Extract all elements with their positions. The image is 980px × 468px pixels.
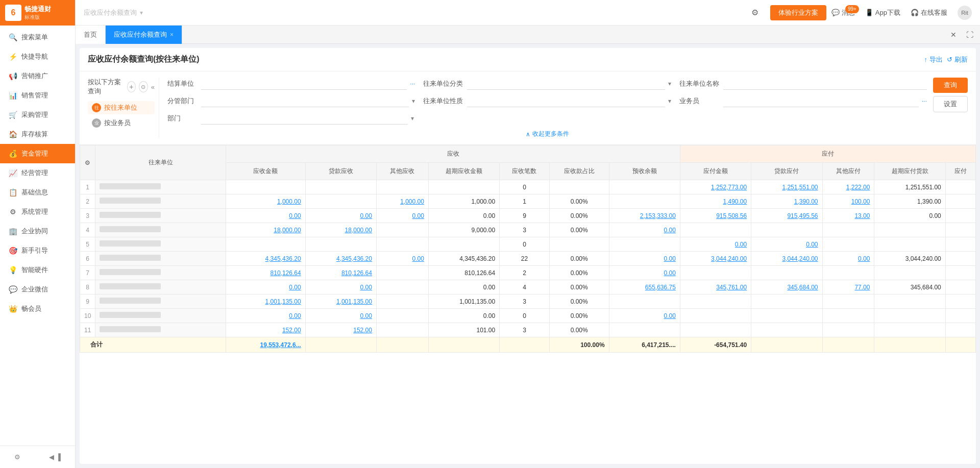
cell-link[interactable]: 100.00	[851, 198, 870, 205]
expand-tab-action[interactable]: ⛶	[964, 29, 976, 41]
sidebar-item-搜索菜单[interactable]: 🔍搜索菜单	[0, 28, 75, 47]
sidebar-item-畅会员[interactable]: 👑畅会员	[0, 299, 75, 318]
unit-dept-chevron[interactable]: ▾	[411, 115, 414, 122]
tab-home[interactable]: 首页	[76, 26, 106, 44]
cell-link[interactable]: 1,001,135.00	[336, 298, 372, 305]
sidebar-item-资金管理[interactable]: 💰资金管理	[0, 144, 75, 163]
cell-link[interactable]: 0.00	[664, 255, 676, 262]
cell-link[interactable]: 0.00	[858, 255, 870, 262]
cell-link[interactable]: 810,126.64	[341, 269, 372, 277]
cell-link[interactable]: 1,000.00	[277, 198, 301, 205]
sidebar-item-经营管理[interactable]: 📈经营管理	[0, 163, 75, 183]
tab-receivables[interactable]: 应收应付余额查询 ×	[106, 26, 182, 44]
cell-link[interactable]: 0.00	[289, 212, 301, 219]
cell-link[interactable]: 2,153,333.00	[640, 212, 676, 219]
cell-link[interactable]: 345,684.00	[787, 284, 818, 291]
cell-loan-payable: 915,495.56	[751, 209, 822, 223]
cell-link[interactable]: 0.00	[360, 284, 372, 291]
settings-gear-btn[interactable]: ⚙	[748, 6, 762, 20]
cell-link[interactable]: 1,000.00	[400, 198, 424, 205]
cell-other-receivable	[376, 237, 428, 252]
tab-close-btn[interactable]: ×	[170, 31, 174, 38]
service-icon: 🎧	[911, 9, 919, 16]
add-filter-btn[interactable]: +	[127, 81, 136, 92]
query-button[interactable]: 查询	[933, 78, 968, 93]
user-avatar[interactable]: Rit	[958, 6, 972, 20]
cell-link[interactable]: 915,508.56	[716, 212, 747, 219]
collapse-sidebar-btn[interactable]: ◀ ▐	[44, 450, 66, 464]
cell-link[interactable]: 152.00	[282, 327, 301, 334]
sidebar-item-营销推广[interactable]: 📢营销推广	[0, 66, 75, 86]
filter-collapse-btn[interactable]: «	[151, 83, 155, 91]
cell-link[interactable]: 0.00	[412, 255, 424, 262]
cell-link[interactable]: 0.00	[735, 241, 747, 248]
cell-link[interactable]: 4,345,436.20	[265, 255, 301, 262]
cell-link[interactable]: 3,044,240.00	[711, 255, 747, 262]
app-download-btn[interactable]: 📱 App下载	[865, 8, 900, 17]
solution-button[interactable]: 体验行业方案	[770, 5, 826, 20]
cell-link[interactable]: 1,001,135.00	[265, 298, 301, 305]
cell-link[interactable]: 0.00	[289, 284, 301, 291]
settlement-unit-ellipsis[interactable]: ···	[410, 80, 415, 87]
sidebar-nav: 🔍搜索菜单⚡快捷导航📢营销推广📊销售管理🛒采购管理🏠库存核算💰资金管理📈经营管理…	[0, 26, 75, 446]
cell-link[interactable]: 655,636.75	[645, 284, 676, 291]
cell-link[interactable]: 3,044,240.00	[782, 255, 818, 262]
th-settings[interactable]: ⚙	[80, 145, 95, 180]
partner-nature-chevron[interactable]: ▾	[668, 97, 671, 105]
cell-link[interactable]: 345,761.00	[716, 284, 747, 291]
cell-link[interactable]: 0.00	[806, 241, 818, 248]
cell-link[interactable]: 4,345,436.20	[336, 255, 372, 262]
sidebar-item-企业协同[interactable]: 🏢企业协同	[0, 221, 75, 241]
cell-other-receivable: 0.00	[376, 209, 428, 223]
cell-link[interactable]: 152.00	[353, 327, 372, 334]
close-tab-action[interactable]: ✕	[947, 29, 960, 41]
cell-receivable-amount: 0.00	[226, 309, 305, 323]
sidebar-item-基础信息[interactable]: 📋基础信息	[0, 183, 75, 202]
cell-link[interactable]: 0.00	[664, 227, 676, 234]
sidebar-item-企业微信[interactable]: 💬企业微信	[0, 280, 75, 299]
sidebar-item-采购管理[interactable]: 🛒采购管理	[0, 105, 75, 125]
total-receivable-amount[interactable]: 19,553,472,6...	[226, 337, 305, 353]
cell-link[interactable]: 13.00	[854, 212, 870, 219]
online-service-btn[interactable]: 🎧 在线客服	[911, 8, 947, 17]
refresh-button[interactable]: ↺ 刷新	[947, 55, 968, 64]
cell-other-payable	[822, 237, 874, 252]
cell-link[interactable]: 1,490.00	[723, 198, 747, 205]
cell-loan-receivable: 0.00	[305, 209, 376, 223]
messages-btn[interactable]: 💬 消息 99+	[831, 8, 855, 17]
cell-link[interactable]: 915,495.56	[787, 212, 818, 219]
cell-link[interactable]: 0.00	[412, 212, 424, 219]
dept-chevron[interactable]: ▾	[412, 97, 415, 105]
collapse-more-btn[interactable]: ∧ 收起更多条件	[167, 130, 927, 138]
partner-category-label: 往来单位分类	[423, 79, 464, 88]
sidebar-item-库存核算[interactable]: 🏠库存核算	[0, 125, 75, 144]
cell-link[interactable]: 0.00	[360, 312, 372, 319]
cell-link[interactable]: 0.00	[289, 312, 301, 319]
cell-link[interactable]: 810,126.64	[271, 269, 301, 277]
cell-link[interactable]: 0.00	[664, 269, 676, 277]
cell-link[interactable]: 1,390.00	[794, 198, 818, 205]
partner-category-chevron[interactable]: ▾	[668, 80, 671, 87]
sidebar-item-系统管理[interactable]: ⚙系统管理	[0, 202, 75, 221]
sidebar-item-新手引导[interactable]: 🎯新手引导	[0, 241, 75, 260]
cell-link[interactable]: 18,000.00	[274, 227, 301, 234]
query-option-salesperson[interactable]: 业 按业务员	[88, 116, 155, 130]
salesperson-ellipsis[interactable]: ···	[922, 97, 927, 105]
cell-link[interactable]: 1,252,773.00	[711, 184, 747, 191]
sidebar-item-快捷导航[interactable]: ⚡快捷导航	[0, 47, 75, 66]
sidebar-item-智能硬件[interactable]: 💡智能硬件	[0, 260, 75, 280]
cell-loan-receivable	[305, 237, 376, 252]
cell-link[interactable]: 18,000.00	[345, 227, 372, 234]
partner-option-label: 按往来单位	[104, 103, 137, 112]
cell-link[interactable]: 1,222.00	[846, 184, 870, 191]
query-option-partner[interactable]: 往 按往来单位	[88, 101, 155, 114]
filter-settings-btn[interactable]: ⊙	[139, 81, 148, 92]
cell-link[interactable]: 77.00	[854, 284, 870, 291]
settings-button[interactable]: 设置	[933, 96, 968, 112]
settings-nav-btn[interactable]: ⚙	[9, 450, 26, 464]
cell-link[interactable]: 0.00	[360, 212, 372, 219]
cell-link[interactable]: 1,251,551.00	[782, 184, 818, 191]
sidebar-item-销售管理[interactable]: 📊销售管理	[0, 86, 75, 105]
cell-link[interactable]: 0.00	[664, 312, 676, 319]
export-button[interactable]: ↑ 导出	[924, 55, 943, 64]
